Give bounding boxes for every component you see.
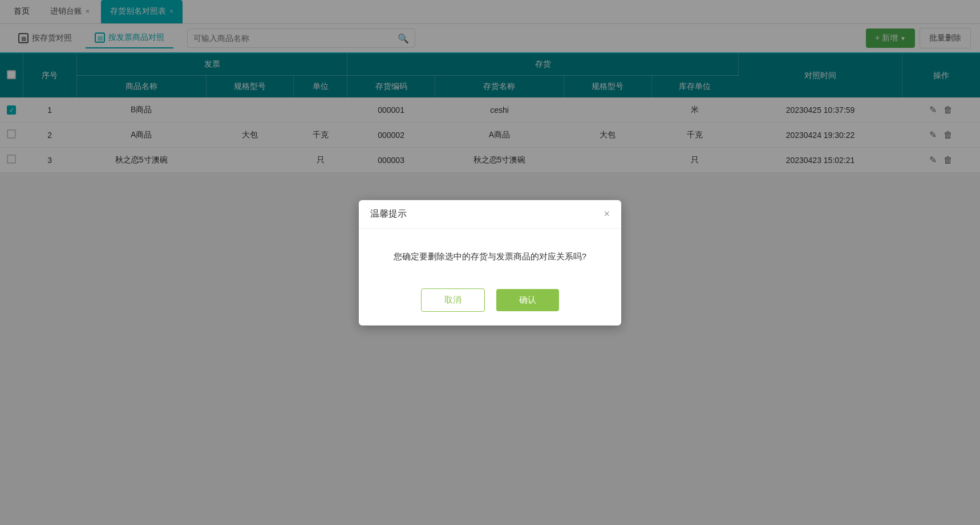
- modal-overlay: 温馨提示 × 您确定要删除选中的存货与发票商品的对应关系吗? 取消 确认: [0, 0, 980, 173]
